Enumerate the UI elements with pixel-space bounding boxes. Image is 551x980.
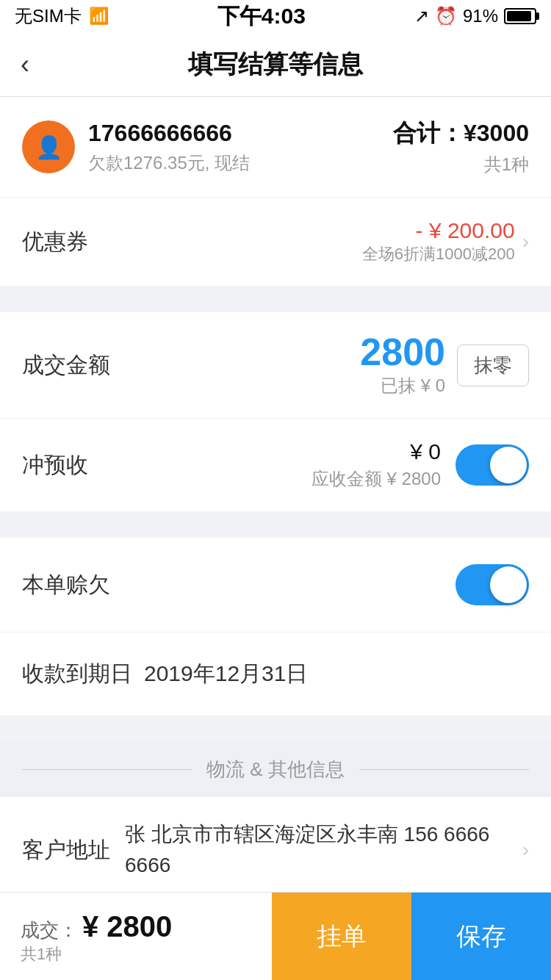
transaction-sub: 已抹 ¥ 0 <box>360 374 445 397</box>
status-right: ↗ ⏰ 91% <box>414 6 536 26</box>
total-amount: 合计：¥3000 <box>393 118 529 150</box>
due-date-value: 2019年12月31日 <box>144 659 308 689</box>
alarm-icon: ⏰ <box>435 6 457 26</box>
prepay-amount: ¥ 0 <box>311 439 441 464</box>
coupon-row[interactable]: 优惠券 - ¥ 200.00 全场6折满1000减200 › <box>0 197 551 286</box>
round-button[interactable]: 抹零 <box>457 345 529 386</box>
debt-toggle[interactable] <box>455 564 529 605</box>
transaction-label: 成交金额 <box>22 350 110 381</box>
prepay-toggle[interactable] <box>455 444 529 486</box>
battery-percent: 91% <box>463 6 498 26</box>
address-value: 张 北京市市辖区海淀区永丰南 156 6666 6666 <box>125 819 522 881</box>
save-button[interactable]: 保存 <box>411 893 551 980</box>
transaction-row: 成交金额 2800 已抹 ¥ 0 抹零 <box>0 312 551 419</box>
battery-icon <box>504 8 536 24</box>
address-label: 客户地址 <box>22 835 110 865</box>
transaction-value-area: 2800 已抹 ¥ 0 抹零 <box>360 333 529 397</box>
footer-count: 共1种 <box>21 943 251 965</box>
due-date-row: 收款到期日 2019年12月31日 <box>0 633 551 716</box>
address-card: 客户地址 张 北京市市辖区海淀区永丰南 156 6666 6666 › <box>0 797 551 904</box>
save-button-label: 保存 <box>456 920 506 954</box>
prepay-sub: 应收金额 ¥ 2800 <box>311 467 441 491</box>
customer-phone: 17666666666 <box>88 120 250 147</box>
logistics-divider: 物流 & 其他信息 <box>0 742 551 797</box>
main-content: 👤 17666666666 欠款1276.35元, 现结 合计：¥3000 共1… <box>0 97 551 980</box>
customer-row: 👤 17666666666 欠款1276.35元, 现结 合计：¥3000 共1… <box>0 97 551 197</box>
coupon-amount: - ¥ 200.00 <box>362 218 515 243</box>
prepay-row: 冲预收 ¥ 0 应收金额 ¥ 2800 <box>0 419 551 511</box>
hold-button[interactable]: 挂单 <box>272 893 411 980</box>
status-left: 无SIM卡 📶 <box>15 4 109 28</box>
footer-summary: 成交： ¥ 2800 共1种 <box>0 893 272 980</box>
customer-sub: 欠款1276.35元, 现结 <box>88 151 250 175</box>
avatar-icon: 👤 <box>35 134 62 160</box>
prepay-label: 冲预收 <box>22 450 88 480</box>
coupon-chevron-icon: › <box>522 230 529 253</box>
status-time: 下午4:03 <box>217 1 306 32</box>
page-title: 填写结算等信息 <box>188 48 363 82</box>
status-bar: 无SIM卡 📶 下午4:03 ↗ ⏰ 91% <box>0 0 551 32</box>
transaction-amount-block: 2800 已抹 ¥ 0 <box>360 333 445 397</box>
footer-summary-label: 成交： <box>21 918 78 943</box>
customer-left: 👤 17666666666 欠款1276.35元, 现结 <box>22 120 250 175</box>
total-value: ¥3000 <box>464 120 529 146</box>
hold-button-label: 挂单 <box>317 920 367 954</box>
prepay-amount-block: ¥ 0 应收金额 ¥ 2800 <box>311 439 441 491</box>
address-row[interactable]: 客户地址 张 北京市市辖区海淀区永丰南 156 6666 6666 › <box>0 797 551 904</box>
address-chevron-icon: › <box>522 838 529 862</box>
coupon-right: - ¥ 200.00 全场6折满1000减200 › <box>362 218 529 265</box>
transaction-card: 成交金额 2800 已抹 ¥ 0 抹零 冲预收 ¥ 0 应收金额 ¥ 2800 <box>0 312 551 511</box>
customer-right: 合计：¥3000 共1种 <box>393 118 529 176</box>
section-divider-2 <box>0 523 551 538</box>
total-label-inline: 合计： <box>393 120 464 146</box>
location-icon: ↗ <box>414 6 429 26</box>
footer: 成交： ¥ 2800 共1种 挂单 保存 <box>0 892 551 980</box>
prepay-right: ¥ 0 应收金额 ¥ 2800 <box>311 439 529 491</box>
section-divider-3 <box>0 727 551 742</box>
customer-info: 17666666666 欠款1276.35元, 现结 <box>88 120 250 175</box>
toggle-thumb <box>490 447 527 483</box>
back-button[interactable]: ‹ <box>21 49 29 80</box>
divider-line-left <box>22 769 192 770</box>
section-divider-1 <box>0 298 551 312</box>
debt-row: 本单赊欠 <box>0 538 551 633</box>
debt-toggle-thumb <box>490 566 527 603</box>
logistics-label: 物流 & 其他信息 <box>192 757 359 782</box>
wifi-icon: 📶 <box>89 7 109 26</box>
debt-label: 本单赊欠 <box>22 570 110 600</box>
carrier-text: 无SIM卡 <box>15 4 82 28</box>
coupon-desc: 全场6折满1000减200 <box>362 243 515 265</box>
total-count: 共1种 <box>393 153 529 176</box>
divider-line-right <box>359 769 529 770</box>
debt-card: 本单赊欠 收款到期日 2019年12月31日 <box>0 538 551 716</box>
nav-bar: ‹ 填写结算等信息 <box>0 32 551 97</box>
footer-summary-amount: ¥ 2800 <box>82 910 172 943</box>
avatar: 👤 <box>22 120 75 173</box>
transaction-amount: 2800 <box>360 333 445 371</box>
customer-card: 👤 17666666666 欠款1276.35元, 现结 合计：¥3000 共1… <box>0 97 551 286</box>
coupon-label: 优惠券 <box>22 227 88 257</box>
due-label: 收款到期日 <box>22 659 132 689</box>
